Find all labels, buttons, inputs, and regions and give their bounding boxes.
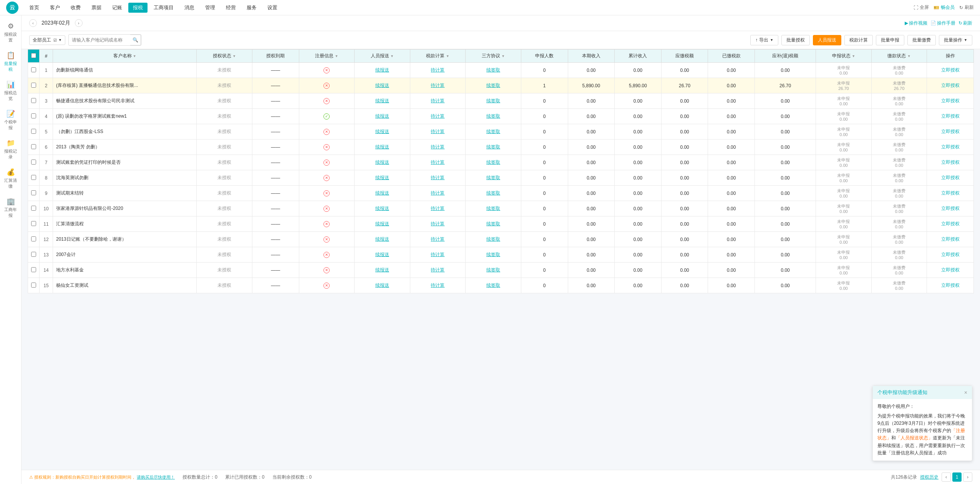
row-tax-calc[interactable]: 待计算: [410, 232, 466, 247]
operation-manual-link[interactable]: 📄 操作手册: [930, 20, 955, 27]
nav-customer[interactable]: 客户: [45, 3, 65, 13]
row-action-cell[interactable]: 立即授权: [927, 63, 974, 78]
row-tripartite[interactable]: 续签取: [466, 63, 521, 78]
person-submit-link[interactable]: 续报送: [375, 236, 389, 242]
row-person-submit[interactable]: 续报送: [355, 155, 410, 170]
row-person-submit[interactable]: 续报送: [355, 263, 410, 278]
row-reg-info[interactable]: ✕: [299, 63, 355, 78]
tripartite-link[interactable]: 续签取: [486, 175, 500, 180]
row-checkbox-cell[interactable]: [28, 278, 40, 293]
row-customer-name[interactable]: 杨仙女工资测试: [53, 278, 197, 293]
nav-operation[interactable]: 经营: [221, 3, 240, 13]
row-customer-name[interactable]: 张家港厚源针织品有限公司-2020: [53, 201, 197, 216]
row-action-cell[interactable]: 立即授权: [927, 263, 974, 278]
row-action-cell[interactable]: 立即授权: [927, 93, 974, 109]
action-btn[interactable]: 立即授权: [941, 267, 960, 273]
header-tax-calc[interactable]: 税款计算: [410, 50, 466, 63]
tripartite-link[interactable]: 续签取: [486, 98, 500, 103]
row-checkbox[interactable]: [31, 98, 36, 103]
row-tripartite[interactable]: 续签取: [466, 155, 521, 170]
row-reg-info[interactable]: ✕: [299, 93, 355, 109]
row-tax-calc[interactable]: 待计算: [410, 247, 466, 263]
row-action-cell[interactable]: 立即授权: [927, 186, 974, 201]
row-person-submit[interactable]: 续报送: [355, 78, 410, 93]
nav-home[interactable]: 首页: [25, 3, 44, 13]
row-person-submit[interactable]: 续报送: [355, 247, 410, 263]
search-input[interactable]: [69, 36, 130, 44]
row-person-submit[interactable]: 续报送: [355, 109, 410, 124]
row-checkbox[interactable]: [31, 160, 36, 165]
nav-business[interactable]: 工商项目: [149, 3, 178, 13]
action-btn[interactable]: 立即授权: [941, 190, 960, 196]
person-submit-btn[interactable]: 人员报送: [813, 35, 841, 45]
action-btn[interactable]: 立即授权: [941, 98, 960, 103]
row-action-cell[interactable]: 立即授权: [927, 216, 974, 232]
row-checkbox[interactable]: [31, 144, 36, 149]
header-declare-status[interactable]: 申报状态: [816, 50, 872, 63]
row-reg-info[interactable]: ✓: [299, 109, 355, 124]
tax-calc-link[interactable]: 待计算: [431, 113, 444, 119]
employee-filter[interactable]: 全部员工 ☑ ▼: [29, 35, 65, 45]
row-tax-calc[interactable]: 待计算: [410, 201, 466, 216]
row-reg-info[interactable]: ✕: [299, 232, 355, 247]
refresh-btn[interactable]: ↻ 刷新: [959, 4, 974, 11]
row-person-submit[interactable]: 续报送: [355, 216, 410, 232]
row-tax-calc[interactable]: 待计算: [410, 278, 466, 293]
row-customer-name[interactable]: 勿删新锐网络通信: [53, 63, 197, 78]
tripartite-link[interactable]: 续签取: [486, 160, 500, 165]
row-tax-calc[interactable]: 待计算: [410, 186, 466, 201]
row-action-cell[interactable]: 立即授权: [927, 155, 974, 170]
row-reg-info[interactable]: ✕: [299, 186, 355, 201]
row-tripartite[interactable]: 续签取: [466, 78, 521, 93]
next-page-btn[interactable]: ›: [963, 472, 972, 482]
row-customer-name[interactable]: (库存核算) 直播畅通信息技术股份有限...: [53, 78, 197, 93]
tripartite-link[interactable]: 续签取: [486, 221, 500, 226]
action-btn[interactable]: 立即授权: [941, 113, 960, 119]
action-btn[interactable]: 立即授权: [941, 175, 960, 180]
header-customer-name[interactable]: 客户名称: [53, 50, 197, 63]
page-1-btn[interactable]: [952, 472, 962, 482]
tripartite-link[interactable]: 续签取: [486, 283, 500, 288]
row-tax-calc[interactable]: 待计算: [410, 216, 466, 232]
row-action-cell[interactable]: 立即授权: [927, 201, 974, 216]
tripartite-link[interactable]: 续签取: [486, 236, 500, 242]
action-btn[interactable]: 立即授权: [941, 160, 960, 165]
tax-calc-link[interactable]: 待计算: [431, 267, 444, 273]
row-customer-name[interactable]: 测试期末结转: [53, 186, 197, 201]
auth-history-link[interactable]: 授权历史: [920, 474, 939, 481]
row-checkbox-cell[interactable]: [28, 186, 40, 201]
tax-calc-link[interactable]: 待计算: [431, 221, 444, 226]
row-customer-name[interactable]: (原) 误删勿改字格芽测试账套new1: [53, 109, 197, 124]
row-checkbox-cell[interactable]: [28, 201, 40, 216]
header-tripartite[interactable]: 三方协议: [466, 50, 521, 63]
warning-link[interactable]: 请购买后尽快使用！: [137, 475, 175, 479]
row-tax-calc[interactable]: 待计算: [410, 170, 466, 186]
row-reg-info[interactable]: ✕: [299, 140, 355, 155]
search-button[interactable]: 🔍: [130, 35, 141, 45]
row-action-cell[interactable]: 立即授权: [927, 124, 974, 140]
row-action-cell[interactable]: 立即授权: [927, 78, 974, 93]
action-btn[interactable]: 立即授权: [941, 221, 960, 226]
export-btn[interactable]: ↑ 导出 ▼: [750, 35, 778, 45]
header-auth-status[interactable]: 授权状态: [197, 50, 252, 63]
row-checkbox[interactable]: [31, 252, 36, 257]
person-submit-link[interactable]: 续报送: [375, 144, 389, 150]
row-checkbox[interactable]: [31, 221, 36, 226]
nav-service[interactable]: 服务: [242, 3, 261, 13]
row-checkbox-cell[interactable]: [28, 78, 40, 93]
batch-ops-btn[interactable]: 批量操作 ▼: [939, 35, 972, 45]
page-input[interactable]: [951, 472, 963, 482]
row-checkbox-cell[interactable]: [28, 263, 40, 278]
row-reg-info[interactable]: ✕: [299, 124, 355, 140]
tax-calc-link[interactable]: 待计算: [431, 283, 444, 288]
row-checkbox[interactable]: [31, 267, 36, 272]
batch-declare-btn[interactable]: 批量申报: [876, 35, 904, 45]
action-btn[interactable]: 立即授权: [941, 206, 960, 211]
row-person-submit[interactable]: 续报送: [355, 186, 410, 201]
row-action-cell[interactable]: 立即授权: [927, 278, 974, 293]
sidebar-item-annual-report[interactable]: 🏢 工商年报: [1, 194, 20, 221]
action-btn[interactable]: 立即授权: [941, 144, 960, 150]
row-action-cell[interactable]: 立即授权: [927, 140, 974, 155]
action-btn[interactable]: 立即授权: [941, 129, 960, 134]
row-tripartite[interactable]: 续签取: [466, 216, 521, 232]
